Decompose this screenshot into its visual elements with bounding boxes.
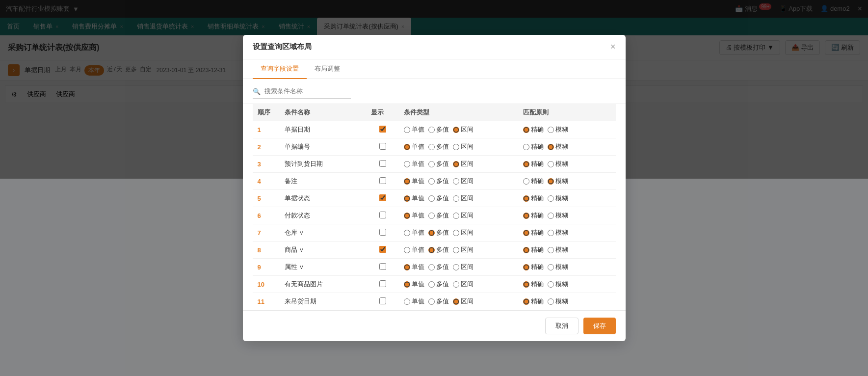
display-cell <box>366 173 398 179</box>
name-cell: 单据编号 <box>280 138 367 156</box>
col-header-match: 匹配原则 <box>518 104 616 121</box>
type-radio-group: 单值多值区间 <box>404 177 513 179</box>
order-cell: 4 <box>253 173 280 179</box>
order-cell: 2 <box>253 138 280 156</box>
match-exact-radio[interactable]: 精确 <box>523 125 544 134</box>
match-cell: 精确模糊 <box>518 121 616 138</box>
type-single-radio[interactable]: 单值 <box>404 142 424 151</box>
display-cell <box>366 156 398 173</box>
match-radio-group: 精确模糊 <box>523 142 611 151</box>
modal-header: 设置查询区域布局 × <box>243 35 626 59</box>
type-cell: 单值多值区间 <box>399 156 518 173</box>
col-header-type: 条件类型 <box>399 104 518 121</box>
match-fuzzy-radio[interactable]: 模糊 <box>548 177 568 179</box>
match-fuzzy-radio[interactable]: 模糊 <box>548 125 568 134</box>
type-multi-radio[interactable]: 多值 <box>428 177 449 179</box>
type-cell: 单值多值区间 <box>399 138 518 156</box>
type-radio-group: 单值多值区间 <box>404 160 513 168</box>
col-header-order: 顺序 <box>253 104 280 121</box>
type-single-radio[interactable]: 单值 <box>404 125 424 134</box>
type-single-radio[interactable]: 单值 <box>404 160 424 168</box>
type-single-radio[interactable]: 单值 <box>404 177 424 179</box>
table-row: 1单据日期单值多值区间精确模糊 <box>253 121 616 138</box>
col-header-name: 条件名称 <box>280 104 367 121</box>
type-multi-radio[interactable]: 多值 <box>428 142 449 151</box>
modal-search-area <box>243 79 626 104</box>
type-cell: 单值多值区间 <box>399 121 518 138</box>
col-header-display: 显示 <box>366 104 398 121</box>
type-radio-group: 单值多值区间 <box>404 142 513 151</box>
match-cell: 精确模糊 <box>518 173 616 179</box>
conditions-table: 顺序 条件名称 显示 条件类型 匹配原则 1单据日期单值多值区间精确模糊2单据编… <box>253 104 616 179</box>
type-range-radio[interactable]: 区间 <box>453 142 473 151</box>
match-cell: 精确模糊 <box>518 156 616 173</box>
order-cell: 3 <box>253 156 280 173</box>
modal-table-wrap: 顺序 条件名称 显示 条件类型 匹配原则 1单据日期单值多值区间精确模糊2单据编… <box>243 104 626 179</box>
tab-query-fields[interactable]: 查询字段设置 <box>253 59 307 79</box>
match-exact-radio[interactable]: 精确 <box>523 177 544 179</box>
match-exact-radio[interactable]: 精确 <box>523 160 544 168</box>
search-input[interactable] <box>253 84 351 99</box>
type-range-radio[interactable]: 区间 <box>453 177 473 179</box>
match-exact-radio[interactable]: 精确 <box>523 142 544 151</box>
display-cell <box>366 121 398 138</box>
type-range-radio[interactable]: 区间 <box>453 125 473 134</box>
type-radio-group: 单值多值区间 <box>404 125 513 134</box>
modal-title: 设置查询区域布局 <box>253 42 312 52</box>
table-row: 2单据编号单值多值区间精确模糊 <box>253 138 616 156</box>
display-checkbox[interactable] <box>379 143 386 150</box>
name-cell: 备注 <box>280 173 367 179</box>
order-cell: 1 <box>253 121 280 138</box>
modal-overlay: 设置查询区域布局 × 查询字段设置 布局调整 顺序 条件名称 显示 条件 <box>0 0 868 179</box>
match-radio-group: 精确模糊 <box>523 177 611 179</box>
table-row: 4备注单值多值区间精确模糊 <box>253 173 616 179</box>
type-range-radio[interactable]: 区间 <box>453 160 473 168</box>
name-cell: 预计到货日期 <box>280 156 367 173</box>
table-header-row: 顺序 条件名称 显示 条件类型 匹配原则 <box>253 104 616 121</box>
modal-tabs: 查询字段设置 布局调整 <box>243 59 626 79</box>
display-checkbox[interactable] <box>379 177 386 179</box>
tab-layout-adjust[interactable]: 布局调整 <box>307 59 348 79</box>
display-checkbox[interactable] <box>379 126 386 133</box>
type-multi-radio[interactable]: 多值 <box>428 125 449 134</box>
match-fuzzy-radio[interactable]: 模糊 <box>548 160 568 168</box>
name-cell: 单据日期 <box>280 121 367 138</box>
settings-modal: 设置查询区域布局 × 查询字段设置 布局调整 顺序 条件名称 显示 条件 <box>243 35 626 179</box>
type-cell: 单值多值区间 <box>399 173 518 179</box>
modal-close-btn[interactable]: × <box>610 42 616 52</box>
type-multi-radio[interactable]: 多值 <box>428 160 449 168</box>
match-cell: 精确模糊 <box>518 138 616 156</box>
match-radio-group: 精确模糊 <box>523 160 611 168</box>
match-fuzzy-radio[interactable]: 模糊 <box>548 142 568 151</box>
search-icon-wrap <box>253 84 351 99</box>
display-cell <box>366 138 398 156</box>
display-checkbox[interactable] <box>379 160 386 167</box>
match-radio-group: 精确模糊 <box>523 125 611 134</box>
table-row: 3预计到货日期单值多值区间精确模糊 <box>253 156 616 173</box>
